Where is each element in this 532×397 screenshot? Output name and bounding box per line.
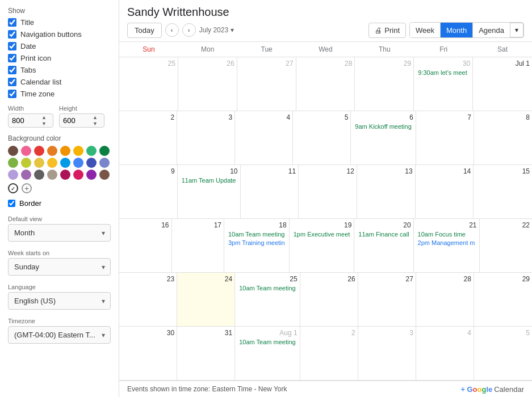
width-input[interactable] — [9, 114, 40, 127]
cal-cell-w3d6[interactable]: 22 — [480, 219, 533, 272]
agenda-dropdown-button[interactable]: ▾ — [510, 23, 523, 37]
cal-cell-w0d4[interactable]: 29 — [355, 57, 414, 111]
cal-cell-w5d4[interactable]: 3 — [358, 327, 416, 380]
color-swatch-10[interactable] — [34, 158, 44, 168]
cb-date-checkbox[interactable] — [8, 42, 16, 50]
color-swatch-17[interactable] — [21, 170, 31, 180]
default-view-select[interactable]: Month Week Day Agenda — [8, 224, 111, 242]
cal-cell-w3d1[interactable]: 17 — [172, 219, 225, 272]
cal-cell-w3d5[interactable]: 2110am Focus time2pm Management m — [414, 219, 480, 272]
cal-cell-w3d3[interactable]: 191pm Executive meet — [290, 219, 355, 272]
color-swatch-1[interactable] — [21, 146, 31, 156]
cal-cell-w3d2[interactable]: 1810am Team meeting3pm Training meetin — [224, 219, 290, 272]
color-swatch-11[interactable] — [47, 158, 57, 168]
cal-cell-w4d0[interactable]: 23 — [119, 273, 177, 326]
width-up[interactable]: ▲ — [40, 115, 48, 121]
color-swatch-3[interactable] — [47, 146, 57, 156]
cb-print-checkbox[interactable] — [8, 54, 16, 62]
color-swatch-23[interactable] — [99, 170, 110, 180]
cal-cell-w1d2[interactable]: 4 — [235, 111, 293, 164]
cal-cell-w4d5[interactable]: 28 — [416, 273, 474, 326]
color-swatch-12[interactable] — [60, 158, 70, 168]
cal-cell-w0d3[interactable]: 28 — [296, 57, 355, 111]
today-button[interactable]: Today — [127, 23, 162, 38]
cal-cell-w2d1[interactable]: 1011am Team Update — [178, 165, 241, 218]
cb-title-checkbox[interactable] — [8, 18, 16, 27]
cal-cell-w2d4[interactable]: 13 — [357, 165, 416, 218]
cal-cell-w0d5[interactable]: 309:30am let's meet — [414, 57, 473, 111]
cal-cell-w1d0[interactable]: 2 — [119, 111, 177, 164]
week-view-button[interactable]: Week — [410, 23, 441, 37]
event-w3d2e0[interactable]: 10am Team meeting — [227, 230, 287, 238]
month-year-display[interactable]: July 2023 ▾ — [199, 26, 234, 34]
cal-cell-w2d2[interactable]: 11 — [241, 165, 299, 218]
event-w3d5e0[interactable]: 10am Focus time — [416, 230, 477, 238]
cal-cell-w1d6[interactable]: 8 — [474, 111, 532, 164]
cal-cell-w1d1[interactable]: 3 — [177, 111, 235, 164]
height-input[interactable] — [60, 114, 91, 127]
color-swatch-20[interactable] — [60, 170, 70, 180]
language-select[interactable]: English (US) — [8, 292, 111, 310]
cal-cell-w4d6[interactable]: 29 — [474, 273, 532, 326]
event-w5d2e0[interactable]: 10am Team meeting — [237, 338, 297, 346]
cb-tz-checkbox[interactable] — [8, 90, 16, 98]
color-swatch-14[interactable] — [86, 158, 97, 168]
month-view-button[interactable]: Month — [441, 23, 473, 37]
cal-cell-w0d1[interactable]: 26 — [178, 57, 237, 111]
color-swatch-4[interactable] — [60, 146, 70, 156]
prev-button[interactable]: ‹ — [165, 23, 179, 37]
print-button[interactable]: 🖨 Print — [368, 23, 406, 38]
cal-cell-w5d2[interactable]: Aug 110am Team meeting — [235, 327, 300, 380]
cal-cell-w1d5[interactable]: 7 — [416, 111, 474, 164]
cal-cell-w4d4[interactable]: 27 — [358, 273, 416, 326]
cal-cell-w4d1[interactable]: 24 — [177, 273, 235, 326]
color-swatch-15[interactable] — [99, 158, 110, 168]
cal-cell-w1d4[interactable]: 69am Kickoff meeting — [351, 111, 416, 164]
color-swatch-19[interactable] — [47, 170, 57, 180]
google-calendar-link[interactable]: + Google Calendar — [460, 385, 524, 394]
cal-cell-w5d6[interactable]: 5 — [474, 327, 532, 380]
color-swatch-16[interactable] — [8, 170, 18, 180]
color-swatch-2[interactable] — [34, 146, 44, 156]
cal-cell-w0d0[interactable]: 25 — [119, 57, 178, 111]
custom-check[interactable]: ✓ — [8, 183, 18, 193]
cal-cell-w3d4[interactable]: 2011am Finance call — [354, 219, 413, 272]
cal-cell-w0d6[interactable]: Jul 1 — [473, 57, 532, 111]
cb-tabs-checkbox[interactable] — [8, 66, 16, 74]
cb-nav-checkbox[interactable] — [8, 30, 16, 39]
height-down[interactable]: ▼ — [91, 121, 99, 127]
cal-cell-w4d2[interactable]: 2510am Team meeting — [235, 273, 300, 326]
color-swatch-21[interactable] — [73, 170, 83, 180]
cal-cell-w5d0[interactable]: 30 — [119, 327, 177, 380]
cal-cell-w0d2[interactable]: 27 — [237, 57, 296, 111]
cal-cell-w2d5[interactable]: 14 — [416, 165, 474, 218]
cal-cell-w5d5[interactable]: 4 — [416, 327, 474, 380]
event-w3d4e0[interactable]: 11am Finance call — [357, 230, 410, 238]
border-checkbox[interactable] — [8, 200, 15, 207]
agenda-view-button[interactable]: Agenda — [473, 23, 510, 37]
color-swatch-22[interactable] — [86, 170, 97, 180]
event-w0d5e0[interactable]: 9:30am let's meet — [416, 69, 470, 77]
height-up[interactable]: ▲ — [91, 115, 99, 121]
week-starts-select[interactable]: Sunday Monday Saturday — [8, 258, 111, 276]
width-down[interactable]: ▼ — [40, 121, 48, 127]
color-swatch-8[interactable] — [8, 158, 18, 168]
cal-cell-w2d6[interactable]: 15 — [474, 165, 532, 218]
cal-cell-w2d3[interactable]: 12 — [299, 165, 357, 218]
cal-cell-w4d3[interactable]: 26 — [300, 273, 358, 326]
cal-cell-w2d0[interactable]: 9 — [119, 165, 178, 218]
custom-add[interactable]: + — [22, 183, 32, 193]
timezone-select[interactable]: (GMT-04:00) Eastern T... — [8, 326, 111, 344]
cb-callist-checkbox[interactable] — [8, 78, 16, 86]
cal-cell-w5d3[interactable]: 2 — [300, 327, 358, 380]
event-w4d2e0[interactable]: 10am Team meeting — [237, 284, 297, 292]
event-w1d4e0[interactable]: 9am Kickoff meeting — [353, 123, 413, 130]
event-w3d2e1[interactable]: 3pm Training meetin — [227, 239, 287, 247]
cal-cell-w5d1[interactable]: 31 — [177, 327, 235, 380]
color-swatch-7[interactable] — [99, 146, 110, 156]
color-swatch-6[interactable] — [86, 146, 97, 156]
cal-cell-w3d0[interactable]: 16 — [119, 219, 172, 272]
event-w3d5e1[interactable]: 2pm Management m — [416, 239, 477, 247]
cal-cell-w1d3[interactable]: 5 — [293, 111, 351, 164]
color-swatch-9[interactable] — [21, 158, 31, 168]
